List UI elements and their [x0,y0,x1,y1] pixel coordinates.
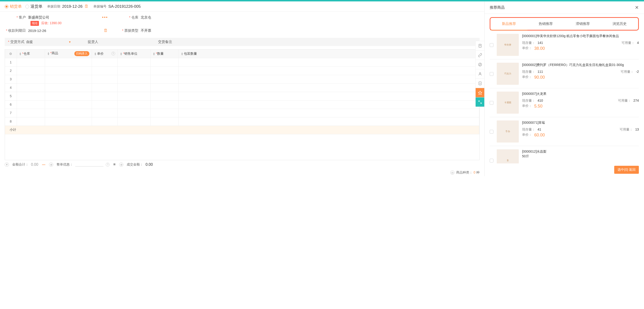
doc-no-label: 单据编号 [93,5,106,9]
product-types-suffix: 种 [476,170,480,174]
radio-return-order[interactable]: 退货单 [25,4,42,9]
yen-doc-icon[interactable]: ¥ [476,79,484,88]
product-checkbox[interactable] [490,130,494,134]
tab-slow[interactable]: 滞销推荐 [564,18,601,30]
invoice-value[interactable]: 不开票 [141,29,151,33]
stock-value: 141 [538,41,543,45]
product-name: [0000012]水晶梨50斤 [522,149,639,158]
receivable-value: 1390.00 [50,21,62,25]
doc-date-label: 单据日期 [47,5,60,9]
table-row[interactable]: 4 [5,83,479,92]
duedate-calendar-icon[interactable]: 🗓 [104,28,108,33]
deal-amount-value: 0.00 [146,162,153,167]
doc-no-value: SA-20191226-005 [108,4,141,9]
radio-sales-order[interactable]: 销货单 [5,4,22,9]
duedate-value[interactable]: 2019-12-26 [28,29,46,33]
discount-icon: ⊘ [49,162,53,167]
doc-date-value[interactable]: 2019-12-26 [62,4,82,9]
expand-icon[interactable] [476,97,484,107]
duedate-label: 收款到期日 [5,29,28,33]
tab-new[interactable]: 新品推荐 [490,18,528,30]
avail-label: 可用量： [620,70,634,74]
row-number: 8 [5,117,17,126]
product-image: 华夫饼 [497,34,519,56]
product-checkbox[interactable] [490,159,494,162]
customer-value[interactable]: 新盛商贸公司 [28,15,49,20]
avail-label: 可用量： [618,99,631,103]
discount-label: 整单优惠： [56,162,73,167]
tab-hot[interactable]: 热销推荐 [528,18,564,30]
rec-panel-title: 推荐商品 [490,5,505,10]
customer-label: 客户 [5,15,28,20]
warehouse-value[interactable]: 北京仓 [141,15,151,20]
delivery-note-label: 交货备注 [158,40,174,44]
scan-input-badge[interactable]: 扫码录入 [74,51,89,56]
avail-label: 可用量： [622,41,634,45]
avail-value: 274 [634,99,639,103]
table-row[interactable]: 8 [5,117,479,126]
selected-back-button[interactable]: 选中(0) 返回 [614,166,639,174]
product-name: [0000007]火龙果 [522,92,639,96]
settle-badge: 现结 [30,21,39,26]
deal-amount-label: 成交金额： [127,162,143,167]
product-image: 巧克力 [497,63,519,85]
product-checkbox[interactable] [490,101,494,105]
table-row[interactable]: 6 [5,100,479,109]
col-pack-qty[interactable]: 包装数量 [184,52,197,55]
table-row[interactable]: 7 [5,109,479,117]
minus-icon: — [42,163,45,166]
swap-icon[interactable] [476,60,484,69]
product-image: 卡通图 [497,92,519,114]
chevron-down-icon[interactable]: ▼ [68,40,71,44]
product-item: 华夫饼[0000001]华美华夫软饼1200g 糕点零食小吃手撕面包早餐休闲食品… [490,31,639,59]
price-label: 单价： [522,46,532,51]
stock-label: 现存量： [522,41,535,45]
person-icon[interactable] [476,69,484,79]
delivery-method-value[interactable]: 自提 [26,40,59,44]
tab-history[interactable]: 浏览历史 [601,18,638,30]
notepad-icon[interactable] [476,41,484,51]
row-number: 7 [5,109,17,117]
table-row[interactable]: 1 [5,58,479,67]
discount-help-icon[interactable]: ? [106,163,110,166]
product-checkbox[interactable] [490,72,494,76]
warehouse-label: 仓库 [117,15,141,20]
row-number: 4 [5,83,17,92]
avail-label: 可用量： [620,128,633,132]
gear-icon[interactable]: ⚙ [9,52,12,56]
star-icon[interactable] [476,88,484,97]
deal-icon: ⊘ [119,162,123,167]
customer-picker-icon[interactable]: ••• [102,15,108,20]
calendar-icon[interactable]: 🗓 [84,4,89,9]
product-name: [00000071]草莓 [522,120,639,125]
col-quantity[interactable]: 数量 [157,52,164,55]
close-icon[interactable]: ✕ [635,5,639,10]
invoice-label: 票据类型 [117,29,141,33]
product-checkbox[interactable] [490,43,494,47]
receivable-label: 应收: [41,21,50,25]
row-number: 2 [5,67,17,75]
col-sales-unit[interactable]: 销售单位 [124,52,138,55]
svg-point-4 [479,73,481,74]
table-row[interactable]: 3 [5,75,479,83]
col-product[interactable]: 商品 [52,51,58,55]
avail-value: 4 [637,41,639,45]
subtotal-label: 小计 [5,126,479,134]
price-value: 38.00 [534,46,545,51]
link-icon[interactable] [476,51,484,60]
table-row[interactable]: 2 [5,67,479,75]
svg-marker-7 [478,91,482,94]
table-row[interactable]: 5 [5,92,479,100]
col-warehouse[interactable]: 仓库 [24,52,30,55]
equals-icon: = [113,162,116,167]
price-value: 60.00 [534,133,545,138]
stock-label: 现存量： [522,128,535,132]
col-unit-price[interactable]: 单价 [97,52,104,55]
help-icon[interactable]: ? [112,52,115,55]
price-value: 5.50 [534,104,542,109]
yen-icon: ¥ [5,162,9,167]
discount-input[interactable] [75,163,104,166]
product-name: [0000002]费列罗（FERRERO）巧克力礼盒装生日礼物礼盒装01-300… [522,63,639,67]
product-item: 巧克力[0000002]费列罗（FERRERO）巧克力礼盒装生日礼物礼盒装01-… [490,59,639,88]
avail-value: 13 [635,128,639,132]
